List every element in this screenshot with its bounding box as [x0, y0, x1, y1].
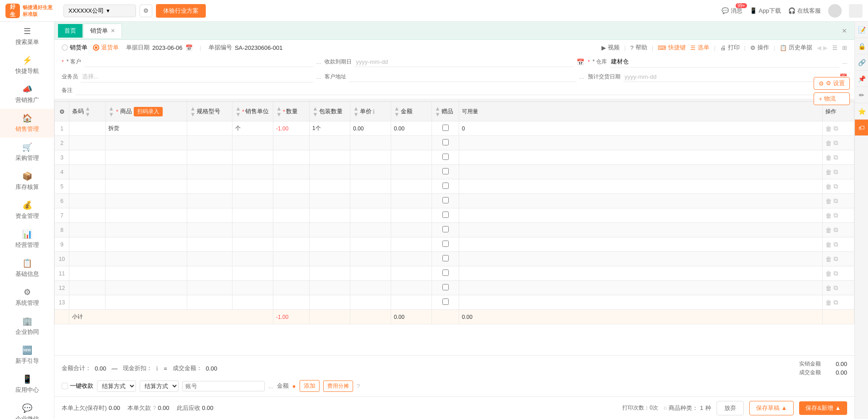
copy-row-icon[interactable]: ⧉ — [834, 284, 838, 292]
trial-button[interactable]: 体验行业方案 — [156, 4, 206, 18]
gift-sort[interactable]: ▲▼ — [435, 106, 441, 117]
product-cell[interactable] — [106, 281, 187, 295]
right-tool-edit[interactable]: ✏ — [855, 87, 868, 103]
unit-price-cell[interactable] — [350, 237, 391, 252]
gift-cell[interactable] — [432, 295, 459, 310]
product-cell[interactable] — [106, 165, 187, 179]
spec-cell[interactable] — [187, 223, 233, 237]
unit-cell[interactable] — [233, 266, 273, 281]
doc-num-value[interactable]: SA-20230606-001 — [235, 44, 283, 51]
barcode-cell[interactable] — [69, 252, 106, 266]
qty-cell[interactable] — [273, 179, 310, 194]
barcode-cell[interactable] — [69, 223, 106, 237]
abandon-button[interactable]: 放弃 — [717, 401, 744, 415]
pack-qty-cell[interactable] — [310, 295, 350, 310]
amount-cell[interactable] — [391, 281, 432, 295]
gift-cell[interactable] — [432, 208, 459, 223]
unit-price-cell[interactable] — [350, 208, 391, 223]
fee-help-icon[interactable]: ? — [357, 383, 360, 390]
sidebar-item-search[interactable]: ☰ 搜索菜单 — [0, 22, 54, 51]
amount-cell[interactable] — [391, 194, 432, 208]
one-click-checkbox[interactable] — [62, 383, 68, 389]
customer-dots[interactable]: ... — [316, 58, 321, 65]
shortcut-action[interactable]: ⌨ 快捷键 — [658, 43, 686, 52]
copy-row-icon[interactable]: ⧉ — [834, 212, 838, 219]
history-action[interactable]: 📋 历史单据 — [780, 43, 812, 52]
product-cell[interactable] — [106, 194, 187, 208]
amount-cell[interactable] — [391, 165, 432, 179]
add-row-icon[interactable]: ● — [292, 383, 296, 390]
unit-cell[interactable] — [233, 237, 273, 252]
product-cell[interactable] — [106, 223, 187, 237]
barcode-cell[interactable] — [69, 136, 106, 150]
right-tool-star[interactable]: ⭐ — [855, 103, 868, 120]
spec-cell[interactable] — [187, 121, 233, 136]
unit-cell[interactable] — [233, 165, 273, 179]
delete-row-icon[interactable]: 🗑 — [825, 226, 832, 234]
unit-cell[interactable] — [233, 208, 273, 223]
settings-icon[interactable]: ⚙ — [140, 5, 152, 17]
unit-price-cell[interactable] — [350, 252, 391, 266]
calendar-icon[interactable]: 📅 — [185, 44, 193, 51]
tab-home[interactable]: 首页 — [58, 24, 82, 38]
sidebar-item-guide[interactable]: 🆕 新手引导 — [0, 341, 54, 370]
copy-row-icon[interactable]: ⧉ — [834, 168, 838, 176]
gift-cell[interactable] — [432, 252, 459, 266]
pack-qty-cell[interactable] — [310, 237, 350, 252]
spec-cell[interactable] — [187, 281, 233, 295]
sidebar-item-basic-info[interactable]: 📋 基础信息 — [0, 254, 54, 283]
save-draft-button[interactable]: 保存草稿 ▲ — [749, 401, 794, 415]
qty-cell[interactable] — [273, 165, 310, 179]
sidebar-item-collab[interactable]: 🏢 企业协同 — [0, 312, 54, 341]
qty-sort[interactable]: ▲▼ — [276, 106, 282, 117]
delete-row-icon[interactable]: 🗑 — [825, 241, 832, 248]
copy-row-icon[interactable]: ⧉ — [834, 183, 838, 190]
save-new-button[interactable]: 保存&新增 ▲ — [799, 401, 847, 415]
spec-cell[interactable] — [187, 208, 233, 223]
amount-cell[interactable]: 0.00 — [391, 121, 432, 136]
video-action[interactable]: ▶ 视频 — [601, 43, 620, 52]
delete-row-icon[interactable]: 🗑 — [825, 197, 832, 205]
unit-cell[interactable] — [233, 223, 273, 237]
sidebar-item-wechat[interactable]: 💬 企业微信 — [0, 399, 54, 419]
pack-qty-cell[interactable] — [310, 150, 350, 165]
barcode-cell[interactable] — [69, 121, 106, 136]
copy-row-icon[interactable]: ⧉ — [834, 154, 838, 161]
unit-price-cell[interactable] — [350, 281, 391, 295]
fee-split-button[interactable]: 费用分摊 — [323, 380, 353, 392]
amount-cell[interactable] — [391, 136, 432, 150]
unit-price-cell[interactable] — [350, 150, 391, 165]
amount-cell[interactable] — [391, 237, 432, 252]
amount-cell[interactable] — [391, 266, 432, 281]
radio-return-order[interactable]: 退货单 — [93, 43, 119, 52]
unit-cell[interactable] — [233, 252, 273, 266]
gift-cell[interactable] — [432, 150, 459, 165]
unit-price-info-icon[interactable]: ℹ — [373, 108, 375, 115]
delete-row-icon[interactable]: 🗑 — [825, 125, 832, 132]
product-cell[interactable] — [106, 179, 187, 194]
spec-cell[interactable] — [187, 295, 233, 310]
spec-cell[interactable] — [187, 252, 233, 266]
qty-cell[interactable] — [273, 237, 310, 252]
pack-qty-cell[interactable] — [310, 223, 350, 237]
copy-row-icon[interactable]: ⧉ — [834, 241, 838, 248]
unit-cell[interactable] — [233, 136, 273, 150]
due-date-calendar-icon[interactable]: 📅 — [577, 58, 584, 66]
gift-cell[interactable] — [432, 281, 459, 295]
qty-cell[interactable] — [273, 295, 310, 310]
view-toggle-grid[interactable]: ⊞ — [842, 44, 847, 51]
delete-row-icon[interactable]: 🗑 — [825, 169, 832, 176]
gift-cell[interactable] — [432, 136, 459, 150]
sidebar-item-quick-nav[interactable]: ⚡ 快捷导航 — [0, 51, 54, 80]
message-button[interactable]: 💬 消息 99+ — [722, 7, 742, 15]
product-cell[interactable] — [106, 136, 187, 150]
account-input[interactable] — [182, 381, 265, 391]
unit-price-sort[interactable]: ▲▼ — [353, 106, 359, 117]
pack-qty-cell[interactable] — [310, 281, 350, 295]
gift-cell[interactable] — [432, 194, 459, 208]
qty-cell[interactable] — [273, 223, 310, 237]
barcode-cell[interactable] — [69, 150, 106, 165]
copy-row-icon[interactable]: ⧉ — [834, 125, 838, 132]
unit-sort[interactable]: ▲▼ — [235, 106, 241, 117]
product-sort[interactable]: ▲▼ — [108, 106, 114, 117]
